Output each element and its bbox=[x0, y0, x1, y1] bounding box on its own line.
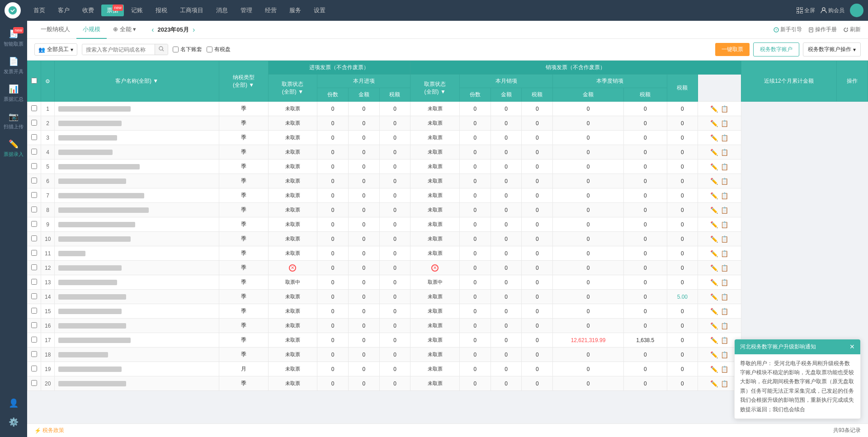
sidebar-user-icon[interactable]: 👤 bbox=[7, 394, 20, 413]
sidebar-item-ticket-summary[interactable]: 📊 票据汇总 bbox=[0, 80, 27, 107]
nav-bookkeep[interactable]: 记账 bbox=[126, 5, 148, 16]
nav-ticket[interactable]: 票据 new bbox=[101, 5, 124, 16]
row-checkbox[interactable] bbox=[31, 134, 37, 140]
nav-operation[interactable]: 经营 bbox=[259, 5, 282, 16]
period-next-button[interactable]: › bbox=[193, 26, 195, 34]
edit-button[interactable]: ✏️ bbox=[710, 235, 718, 243]
app-logo[interactable] bbox=[5, 2, 21, 19]
copy-button[interactable]: 📋 bbox=[721, 134, 728, 141]
edit-button[interactable]: ✏️ bbox=[710, 134, 718, 141]
sidebar-item-scan-upload[interactable]: 📷 扫描上传 bbox=[0, 107, 27, 135]
edit-button[interactable]: ✏️ bbox=[710, 192, 718, 199]
nav-client[interactable]: 客户 bbox=[52, 5, 75, 16]
nav-service[interactable]: 服务 bbox=[284, 5, 307, 16]
sidebar-item-ticket-entry[interactable]: ✏️ 票据录入 bbox=[0, 135, 27, 162]
copy-button[interactable]: 📋 bbox=[721, 192, 728, 199]
search-button[interactable] bbox=[155, 44, 168, 55]
fullscreen-button[interactable]: 全屏 bbox=[797, 7, 815, 14]
manual-button[interactable]: 操作手册 bbox=[808, 26, 837, 33]
copy-button[interactable]: 📋 bbox=[721, 207, 728, 214]
edit-button[interactable]: ✏️ bbox=[710, 293, 718, 301]
copy-button[interactable]: 📋 bbox=[721, 250, 728, 257]
tab-all[interactable]: ⊕ 全能 ▾ bbox=[107, 21, 142, 39]
nav-home[interactable]: 首页 bbox=[28, 5, 51, 16]
copy-button[interactable]: 📋 bbox=[721, 235, 728, 243]
edit-button[interactable]: ✏️ bbox=[710, 351, 718, 358]
row-checkbox[interactable] bbox=[31, 308, 37, 314]
copy-button[interactable]: 📋 bbox=[721, 149, 728, 156]
copy-button[interactable]: 📋 bbox=[721, 351, 728, 358]
row-checkbox[interactable] bbox=[31, 192, 37, 198]
copy-button[interactable]: 📋 bbox=[721, 221, 728, 228]
copy-button[interactable]: 📋 bbox=[721, 178, 728, 185]
tax-policy-link[interactable]: ⚡ 税务政策 bbox=[34, 427, 64, 434]
one-click-ticket-button[interactable]: 一键取票 bbox=[715, 43, 750, 56]
copy-button[interactable]: 📋 bbox=[721, 308, 728, 315]
employee-select[interactable]: 👥 全部员工 ▾ bbox=[34, 43, 77, 56]
sub-account-checkbox[interactable]: 名下账套 bbox=[173, 46, 202, 53]
edit-button[interactable]: ✏️ bbox=[710, 308, 718, 315]
edit-button[interactable]: ✏️ bbox=[710, 337, 718, 344]
notification-close-button[interactable]: ✕ bbox=[849, 343, 855, 350]
copy-button[interactable]: 📋 bbox=[721, 120, 728, 127]
row-checkbox[interactable] bbox=[31, 279, 37, 285]
copy-button[interactable]: 📋 bbox=[721, 366, 728, 373]
nav-settings[interactable]: 设置 bbox=[308, 5, 331, 16]
sidebar-settings-icon[interactable]: ⚙️ bbox=[7, 413, 20, 432]
copy-button[interactable]: 📋 bbox=[721, 322, 728, 329]
row-checkbox[interactable] bbox=[31, 163, 37, 169]
edit-button[interactable]: ✏️ bbox=[710, 149, 718, 156]
copy-button[interactable]: 📋 bbox=[721, 337, 728, 344]
edit-button[interactable]: ✏️ bbox=[710, 105, 718, 113]
digital-account-ops-button[interactable]: 税务数字账户操作 ▾ bbox=[803, 42, 861, 56]
edit-button[interactable]: ✏️ bbox=[710, 380, 718, 387]
row-checkbox[interactable] bbox=[31, 380, 37, 386]
nav-billing[interactable]: 收费 bbox=[77, 5, 99, 16]
copy-button[interactable]: 📋 bbox=[721, 279, 728, 286]
sidebar-item-invoice-open[interactable]: 📄 发票开具 bbox=[0, 52, 27, 80]
copy-button[interactable]: 📋 bbox=[721, 380, 728, 387]
nav-tax[interactable]: 报税 bbox=[150, 5, 173, 16]
row-checkbox[interactable] bbox=[31, 207, 37, 212]
has-taxdisk-checkbox[interactable]: 有税盘 bbox=[207, 46, 231, 53]
row-checkbox[interactable] bbox=[31, 293, 37, 299]
sidebar-item-smart-ticket[interactable]: new 🧾 智能取票 bbox=[0, 24, 27, 52]
row-checkbox[interactable] bbox=[31, 178, 37, 183]
nav-message[interactable]: 消息 bbox=[211, 5, 233, 16]
row-checkbox[interactable] bbox=[31, 120, 37, 126]
search-input[interactable] bbox=[82, 45, 155, 55]
copy-button[interactable]: 📋 bbox=[721, 105, 728, 113]
cumulative-link[interactable]: 5.00 bbox=[677, 294, 688, 300]
select-all-checkbox[interactable] bbox=[31, 78, 37, 84]
edit-button[interactable]: ✏️ bbox=[710, 264, 718, 272]
row-checkbox[interactable] bbox=[31, 149, 37, 155]
row-checkbox[interactable] bbox=[31, 366, 37, 371]
edit-button[interactable]: ✏️ bbox=[710, 322, 718, 329]
period-prev-button[interactable]: ‹ bbox=[151, 26, 154, 34]
edit-button[interactable]: ✏️ bbox=[710, 120, 718, 127]
new-guide-button[interactable]: ? 新手引导 bbox=[774, 26, 802, 33]
row-checkbox[interactable] bbox=[31, 235, 37, 241]
row-checkbox[interactable] bbox=[31, 105, 37, 111]
row-checkbox[interactable] bbox=[31, 351, 37, 357]
member-button[interactable]: 购会员 bbox=[821, 7, 844, 14]
row-checkbox[interactable] bbox=[31, 250, 37, 256]
copy-button[interactable]: 📋 bbox=[721, 293, 728, 301]
row-checkbox[interactable] bbox=[31, 337, 37, 343]
tab-small-scale[interactable]: 小规模 bbox=[76, 21, 107, 39]
user-avatar[interactable] bbox=[850, 4, 863, 17]
nav-manage[interactable]: 管理 bbox=[235, 5, 258, 16]
edit-button[interactable]: ✏️ bbox=[710, 366, 718, 373]
edit-button[interactable]: ✏️ bbox=[710, 250, 718, 257]
tab-general-taxpayer[interactable]: 一般纳税人 bbox=[34, 21, 76, 39]
nav-business[interactable]: 工商项目 bbox=[175, 5, 209, 16]
edit-button[interactable]: ✏️ bbox=[710, 279, 718, 286]
row-checkbox[interactable] bbox=[31, 322, 37, 328]
row-checkbox[interactable] bbox=[31, 221, 37, 227]
edit-button[interactable]: ✏️ bbox=[710, 221, 718, 228]
digital-account-button[interactable]: 税务数字账户 bbox=[753, 42, 799, 56]
edit-button[interactable]: ✏️ bbox=[710, 178, 718, 185]
copy-button[interactable]: 📋 bbox=[721, 163, 728, 170]
edit-button[interactable]: ✏️ bbox=[710, 207, 718, 214]
edit-button[interactable]: ✏️ bbox=[710, 163, 718, 170]
